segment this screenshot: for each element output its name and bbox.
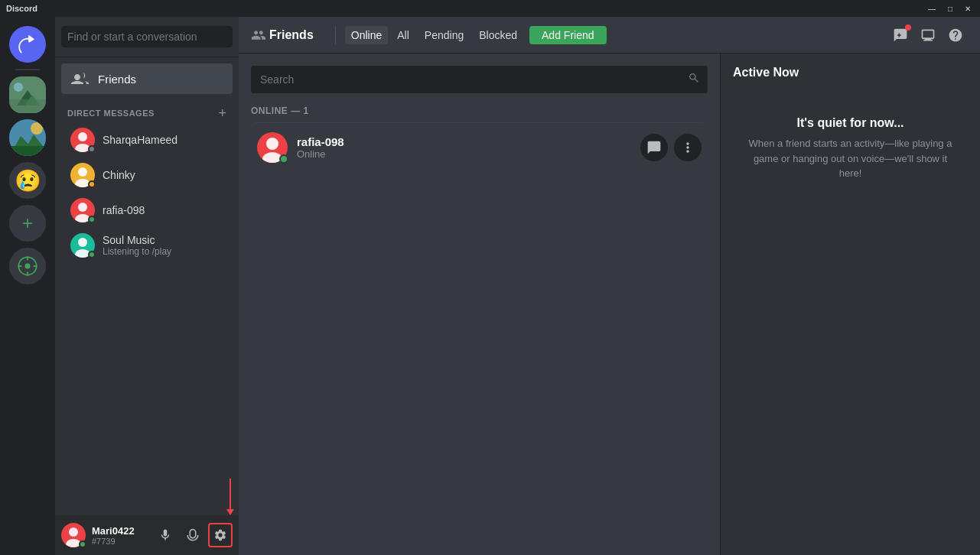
dm-info-soul-music: Soul Music Listening to /play — [103, 234, 223, 257]
status-idle — [88, 180, 96, 188]
channel-sidebar: Friends DIRECT MESSAGES + — [55, 17, 239, 555]
friend-row-rafia[interactable]: rafia-098 Online — [251, 122, 708, 172]
server-icon-1[interactable] — [9, 76, 46, 113]
friend-avatar-rafia — [257, 132, 288, 163]
mute-button[interactable] — [153, 523, 177, 547]
arrow-indicator — [226, 479, 234, 515]
deafen-button[interactable] — [181, 523, 205, 547]
svg-point-8 — [31, 122, 43, 135]
screen-share-button[interactable] — [916, 23, 940, 47]
active-now-panel: Active Now It's quiet for now... When a … — [720, 54, 980, 555]
svg-point-21 — [266, 138, 278, 150]
tab-pending[interactable]: Pending — [418, 26, 470, 44]
friends-icon — [70, 70, 89, 88]
close-button[interactable]: ✕ — [962, 5, 974, 13]
active-now-title: Active Now — [733, 66, 968, 80]
online-section-header: ONLINE — 1 — [251, 105, 708, 116]
friend-name-rafia: rafia-098 — [297, 135, 631, 148]
svg-point-10 — [25, 264, 31, 269]
top-nav: Friends Online All Pending Blocked Add F… — [239, 17, 980, 54]
dm-section-title: DIRECT MESSAGES — [67, 109, 155, 118]
dm-name-rafia: rafia-098 — [103, 204, 223, 216]
dm-name-chinky: Chinky — [103, 169, 223, 181]
discord-home-button[interactable] — [9, 26, 46, 63]
user-avatar-wrap — [61, 523, 86, 547]
dm-avatar-rafia — [70, 198, 95, 222]
server-icon-explore[interactable] — [9, 248, 46, 284]
search-input[interactable] — [61, 26, 233, 47]
dm-avatar-soul-music — [70, 233, 95, 258]
dm-info-chinky: Chinky — [103, 169, 223, 181]
status-offline — [88, 145, 96, 153]
svg-rect-3 — [9, 99, 46, 113]
svg-point-15 — [78, 203, 87, 212]
new-dm-button[interactable]: + — [218, 106, 226, 120]
active-now-empty-title: It's quiet for now... — [796, 116, 903, 130]
server-icon-3[interactable]: 😢 — [9, 162, 46, 199]
friends-content-area: ONLINE — 1 rafia-098 — [239, 54, 980, 555]
search-bar-container — [55, 17, 239, 57]
active-now-empty-desc: When a friend starts an activity—like pl… — [745, 136, 956, 181]
dm-info-sharqa: SharqaHameed — [103, 134, 223, 146]
tab-blocked[interactable]: Blocked — [473, 26, 523, 44]
svg-point-4 — [14, 83, 23, 92]
user-info: Mari0422 #7739 — [92, 525, 147, 546]
username: Mari0422 — [92, 525, 147, 537]
status-green — [88, 251, 96, 258]
friends-nav-icon — [251, 28, 266, 43]
add-server-button[interactable]: + — [9, 205, 46, 242]
svg-point-11 — [78, 132, 87, 141]
new-group-dm-button[interactable] — [888, 23, 913, 47]
friends-nav-item[interactable]: Friends — [61, 63, 233, 94]
dm-avatar-chinky — [70, 163, 95, 187]
dm-item-rafia[interactable]: rafia-098 — [61, 193, 233, 227]
dm-name-soul-music: Soul Music — [103, 234, 223, 246]
status-online — [88, 216, 96, 223]
dm-item-chinky[interactable]: Chinky — [61, 158, 233, 192]
dm-avatar-sharqa — [70, 128, 95, 152]
app-title: Discord — [6, 4, 37, 13]
help-button[interactable] — [943, 23, 968, 47]
dm-info-rafia: rafia-098 — [103, 204, 223, 216]
user-status-online — [79, 540, 86, 548]
friend-status-dot — [279, 154, 288, 164]
active-now-empty: It's quiet for now... When a friend star… — [733, 92, 968, 206]
search-icon — [688, 72, 700, 87]
message-friend-button[interactable] — [640, 134, 668, 161]
maximize-button[interactable]: □ — [945, 5, 956, 13]
friends-label: Friends — [98, 73, 136, 86]
svg-point-19 — [69, 527, 78, 537]
add-friend-button[interactable]: Add Friend — [529, 26, 606, 44]
dm-status-soul-music: Listening to /play — [103, 246, 223, 257]
dm-item-sharqa[interactable]: SharqaHameed — [61, 123, 233, 157]
friends-page-title: Friends — [269, 28, 314, 42]
server-sidebar: 😢 + — [0, 17, 55, 555]
tab-online[interactable]: Online — [345, 26, 388, 44]
tab-all[interactable]: All — [391, 26, 415, 44]
friends-search-input[interactable] — [251, 66, 708, 93]
server-icon-2[interactable] — [9, 119, 46, 156]
settings-button[interactable] — [208, 523, 233, 547]
server-divider — [15, 69, 40, 70]
friend-actions-rafia — [640, 134, 702, 161]
app-container: 😢 + Friends DIRECT MESS — [0, 17, 980, 555]
dm-item-soul-music[interactable]: Soul Music Listening to /play — [61, 229, 233, 262]
svg-point-17 — [78, 238, 87, 247]
notification-badge — [905, 24, 911, 31]
user-controls — [153, 523, 233, 547]
minimize-button[interactable]: — — [925, 5, 939, 13]
nav-divider — [335, 26, 336, 44]
friends-search-container — [251, 66, 708, 93]
friend-info-rafia: rafia-098 Online — [297, 135, 631, 160]
window-controls: — □ ✕ — [925, 5, 974, 13]
svg-point-13 — [78, 167, 87, 177]
main-content: Friends Online All Pending Blocked Add F… — [239, 17, 980, 555]
dm-name-sharqa: SharqaHameed — [103, 134, 223, 146]
dm-section-header: DIRECT MESSAGES + — [55, 94, 239, 123]
titlebar: Discord — □ ✕ — [0, 0, 980, 17]
sidebar-content: Friends DIRECT MESSAGES + — [55, 57, 239, 515]
user-discriminator: #7739 — [92, 537, 147, 546]
friend-status-rafia: Online — [297, 148, 631, 160]
more-options-friend-button[interactable] — [674, 134, 702, 161]
user-area: Mari0422 #7739 — [55, 515, 239, 555]
